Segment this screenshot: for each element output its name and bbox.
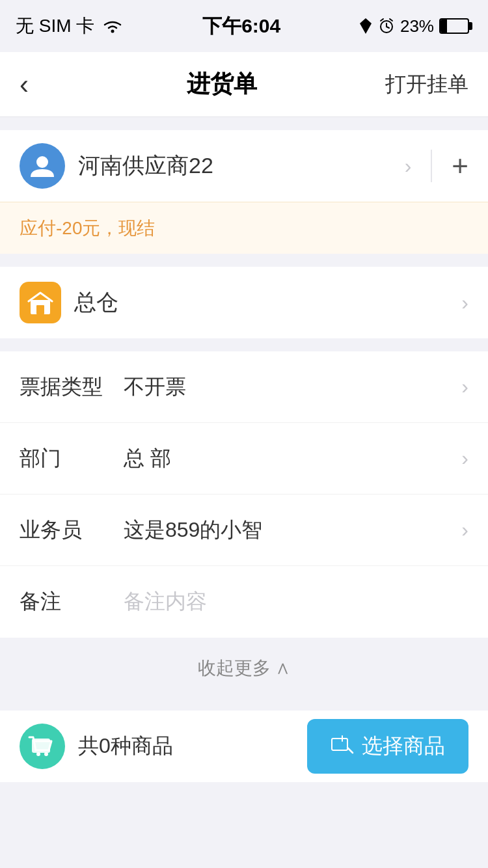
- back-button[interactable]: ‹: [20, 69, 59, 100]
- product-count-text: 共0种商品: [78, 732, 307, 761]
- supplier-chevron-icon: ›: [405, 154, 412, 178]
- svg-line-3: [386, 27, 389, 28]
- status-bar: 无 SIM 卡 下午6:04 23%: [0, 0, 488, 52]
- supplier-row[interactable]: 河南供应商22 › +: [0, 130, 488, 202]
- carrier-info: 无 SIM 卡: [16, 14, 124, 38]
- form-row-remark[interactable]: 备注 备注内容: [0, 566, 488, 638]
- main-content: 河南供应商22 › + 应付-20元，现结 总仓 ›: [0, 117, 488, 782]
- select-product-icon: [331, 735, 354, 758]
- form-row-invoice[interactable]: 票据类型 不开票 ›: [0, 351, 488, 423]
- svg-rect-10: [332, 739, 347, 750]
- alarm-icon: [378, 17, 395, 35]
- svg-point-8: [36, 752, 40, 756]
- bottom-bar: 共0种商品 选择商品: [0, 711, 488, 782]
- section-divider-1: [0, 117, 488, 130]
- salesperson-label: 业务员: [20, 516, 111, 545]
- notice-banner: 应付-20元，现结: [0, 202, 488, 254]
- battery-icon: [439, 18, 472, 34]
- status-indicators: 23%: [359, 16, 472, 36]
- select-product-label: 选择商品: [362, 732, 445, 761]
- location-icon: [359, 17, 373, 35]
- warehouse-icon-bg: [20, 282, 61, 323]
- cart-icon: [28, 732, 57, 761]
- supplier-avatar: [20, 143, 65, 189]
- warehouse-row[interactable]: 总仓 ›: [0, 267, 488, 338]
- department-label: 部门: [20, 444, 111, 473]
- invoice-label: 票据类型: [20, 373, 111, 401]
- warehouse-card: 总仓 ›: [0, 267, 488, 338]
- form-card: 票据类型 不开票 › 部门 总 部 › 业务员 这是859的小智 › 备注 备注…: [0, 351, 488, 638]
- warehouse-name: 总仓: [74, 288, 461, 318]
- invoice-chevron-icon: ›: [461, 375, 468, 399]
- section-divider-2: [0, 254, 488, 267]
- salesperson-chevron-icon: ›: [461, 518, 468, 542]
- supplier-card: 河南供应商22 › + 应付-20元，现结: [0, 130, 488, 254]
- warehouse-icon: [27, 290, 53, 316]
- svg-point-0: [111, 30, 115, 33]
- collapse-label: 收起更多 ∧: [198, 656, 291, 681]
- person-icon: [27, 151, 57, 181]
- svg-point-9: [44, 752, 48, 756]
- supplier-name: 河南供应商22: [78, 151, 405, 181]
- battery-text: 23%: [400, 16, 434, 36]
- page-title: 进货单: [187, 68, 257, 100]
- salesperson-value: 这是859的小智: [111, 516, 461, 545]
- department-chevron-icon: ›: [461, 446, 468, 470]
- form-row-salesperson[interactable]: 业务员 这是859的小智 ›: [0, 495, 488, 566]
- wifi-icon: [101, 17, 124, 35]
- svg-point-4: [36, 156, 48, 168]
- select-product-button[interactable]: 选择商品: [307, 719, 468, 774]
- add-button[interactable]: +: [452, 150, 468, 182]
- department-value: 总 部: [111, 444, 461, 473]
- open-pending-button[interactable]: 打开挂单: [385, 70, 468, 99]
- remark-label: 备注: [20, 588, 111, 616]
- product-icon-bg: [20, 724, 65, 769]
- remark-input[interactable]: 备注内容: [111, 588, 468, 616]
- nav-bar: ‹ 进货单 打开挂单: [0, 52, 488, 117]
- status-time: 下午6:04: [202, 13, 280, 40]
- svg-rect-6: [36, 305, 44, 314]
- notice-text: 应付-20元，现结: [20, 218, 155, 238]
- carrier-text: 无 SIM 卡: [16, 14, 94, 38]
- warehouse-chevron-icon: ›: [461, 291, 468, 315]
- collapse-row[interactable]: 收起更多 ∧: [0, 639, 488, 698]
- invoice-value: 不开票: [111, 373, 461, 401]
- supplier-vertical-divider: [431, 150, 432, 182]
- form-row-department[interactable]: 部门 总 部 ›: [0, 423, 488, 495]
